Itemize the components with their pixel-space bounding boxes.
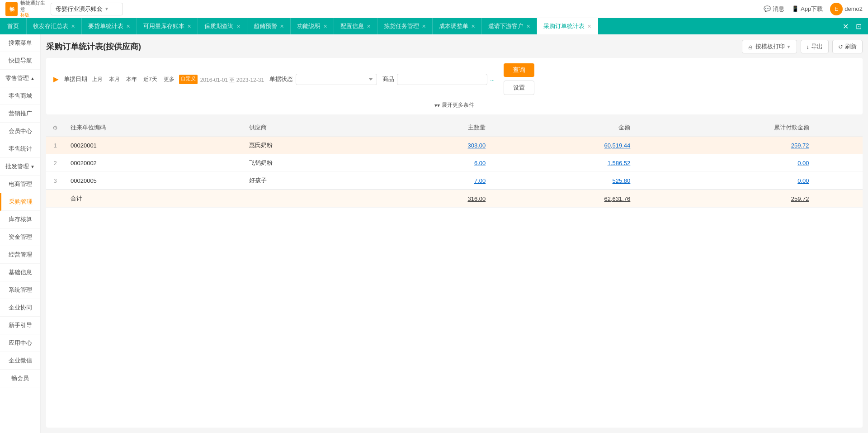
logo-icon: 畅 [5,2,18,16]
page-actions: 🖨 按模板打印 ▼ ↓ 导出 ↺ 刷新 [742,40,863,53]
tab-chaoChu[interactable]: 超储预警 ✕ [247,18,291,34]
footer-extra [816,190,863,208]
query-button[interactable]: 查询 [504,63,534,77]
print-button[interactable]: 🖨 按模板打印 ▼ [742,40,797,53]
close-icon[interactable]: ✕ [280,24,284,29]
close-icon[interactable]: ✕ [323,24,327,29]
more-btn[interactable]: ... [490,76,495,82]
sidebar-item-vipMember[interactable]: 畅会员 [0,370,40,387]
row-mainQty[interactable]: 6.00 [378,154,492,172]
download-btn[interactable]: 📱 App下载 [792,5,823,13]
tab-gongneng[interactable]: 功能说明 ✕ [291,18,334,34]
sidebar-item-enterprise[interactable]: 企业协同 [0,299,40,317]
sidebar-item-newbie[interactable]: 新手引导 [0,317,40,334]
close-icon[interactable]: ✕ [526,24,530,29]
shortcut-more[interactable]: 更多 [162,75,176,84]
close-icon[interactable]: ✕ [236,24,241,29]
row-code: 00020005 [64,172,243,190]
sidebar-item-ecommerce[interactable]: 电商管理 [0,176,40,193]
sidebar-item-entWechat[interactable]: 企业微信 [0,352,40,370]
close-icon[interactable]: ✕ [587,24,591,29]
row-paidAmount[interactable]: 0.00 [637,172,815,190]
row-code: 00020001 [64,137,243,154]
row-paidAmount[interactable]: 259.72 [637,137,815,154]
refresh-button[interactable]: ↺ 刷新 [832,40,863,53]
close-icon[interactable]: ✕ [71,24,75,29]
main-layout: 搜索菜单 快捷导航 零售管理 ▲ 零售商城 营销推广 会员中心 零售统计 批发管… [0,34,868,433]
sidebar-item-shortcut[interactable]: 快捷导航 [0,52,40,70]
svg-text:畅: 畅 [9,6,14,12]
footer-empty [46,190,64,208]
tab-zhuohuoRenwu[interactable]: 拣货任务管理 ✕ [377,18,433,34]
sidebar-item-inventory[interactable]: 库存核算 [0,211,40,228]
user-area[interactable]: E demo2 [830,3,863,15]
sidebar-item-member[interactable]: 会员中心 [0,123,40,140]
col-empty [816,119,863,137]
sidebar-item-search[interactable]: 搜索菜单 [0,34,40,52]
export-button[interactable]: ↓ 导出 [801,40,829,53]
close-icon[interactable]: ✕ [126,24,130,29]
tab-shoufaHuizong[interactable]: 收发存汇总表 ✕ [27,18,82,34]
refresh-icon: ↺ [838,43,843,50]
row-amount[interactable]: 60,519.44 [492,137,637,154]
tab-yaohuoDan[interactable]: 要货单统计表 ✕ [82,18,137,34]
col-mainQty: 主数量 [378,119,492,137]
date-shortcuts: 上月 本月 本年 近7天 更多 自定义 [90,75,198,84]
footer-paidAmount: 259.72 [637,190,815,208]
sidebar-item-marketing[interactable]: 营销推广 [0,105,40,123]
expand-more-btn[interactable]: ▾▾ 展开更多条件 [434,101,474,109]
status-select[interactable] [296,74,377,85]
sidebar-item-retailStats[interactable]: 零售统计 [0,140,40,158]
tab-yaoqing[interactable]: 邀请下游客户 ✕ [482,18,537,34]
row-mainQty[interactable]: 303.00 [378,137,492,154]
tab-chengben[interactable]: 成本调整单 ✕ [433,18,482,34]
table-container: ⚙ 往来单位编码 供应商 主数量 金额 累计付款金额 1 00020001 [46,119,863,428]
export-icon: ↓ [807,43,810,50]
close-icon[interactable]: ✕ [471,24,475,29]
logo-area: 畅 畅捷通好生意 标版 [5,0,46,17]
shortcut-thismonth[interactable]: 本月 [107,75,122,84]
sidebar-item-basic[interactable]: 基础信息 [0,264,40,281]
tab-home[interactable]: 首页 [0,18,27,34]
goods-input[interactable] [397,74,487,85]
workspace-selector[interactable]: 母婴行业演示账套 ▼ [51,3,123,15]
tab-keyongLiangKuCun[interactable]: 可用量库存账本 ✕ [137,18,198,34]
col-settings[interactable]: ⚙ [46,119,64,137]
sidebar-item-retail[interactable]: 零售管理 ▲ [0,70,40,87]
shortcut-thisyear[interactable]: 本年 [124,75,139,84]
footer-label: 合计 [64,190,243,208]
sidebar-item-appCenter[interactable]: 应用中心 [0,334,40,352]
sidebar-item-batch[interactable]: 批发管理 ▼ [0,158,40,176]
nav-tabs: 首页 收发存汇总表 ✕ 要货单统计表 ✕ 可用量库存账本 ✕ 保质期查询 ✕ 超… [0,18,868,34]
toggle-arrow[interactable]: ▶ [53,76,58,83]
settings-icon[interactable]: ⚙ [52,124,58,131]
row-mainQty[interactable]: 7.00 [378,172,492,190]
close-icon[interactable]: ✕ [187,24,191,29]
row-amount[interactable]: 1,586.52 [492,154,637,172]
col-code: 往来单位编码 [64,119,243,137]
close-icon[interactable]: ✕ [422,24,426,29]
sidebar-item-finance[interactable]: 资金管理 [0,228,40,246]
sidebar-item-retailShop[interactable]: 零售商城 [0,87,40,105]
col-amount: 金额 [492,119,637,137]
tab-peizhi[interactable]: 配置信息 ✕ [334,18,377,34]
close-icon[interactable]: ✕ [367,24,371,29]
table-footer-row: 合计 316.00 62,631.76 259.72 [46,190,863,208]
sidebar-item-purchase[interactable]: 采购管理 [0,193,40,211]
table-row: 2 00020002 飞鹤奶粉 6.00 1,586.52 0.00 [46,154,863,172]
shortcut-7days[interactable]: 近7天 [142,75,159,84]
tab-caigouTongji[interactable]: 采购订单统计表 ✕ [537,18,598,34]
settings-button[interactable]: 设置 [504,81,534,95]
row-paidAmount[interactable]: 0.00 [637,154,815,172]
message-btn[interactable]: 💬 消息 [764,5,784,13]
sidebar-item-business[interactable]: 经营管理 [0,246,40,264]
footer-amount: 62,631.76 [492,190,637,208]
tab-baozhi[interactable]: 保质期查询 ✕ [198,18,247,34]
maximize-icon[interactable]: ⊡ [853,21,864,32]
close-all-icon[interactable]: ✕ [840,21,851,32]
row-supplier: 好孩子 [243,172,377,190]
row-amount[interactable]: 525.80 [492,172,637,190]
shortcut-lastmonth[interactable]: 上月 [90,75,104,84]
sidebar-item-system[interactable]: 系统管理 [0,281,40,299]
date-range-display: 2016-01-01 至 2023-12-31 [200,76,264,84]
